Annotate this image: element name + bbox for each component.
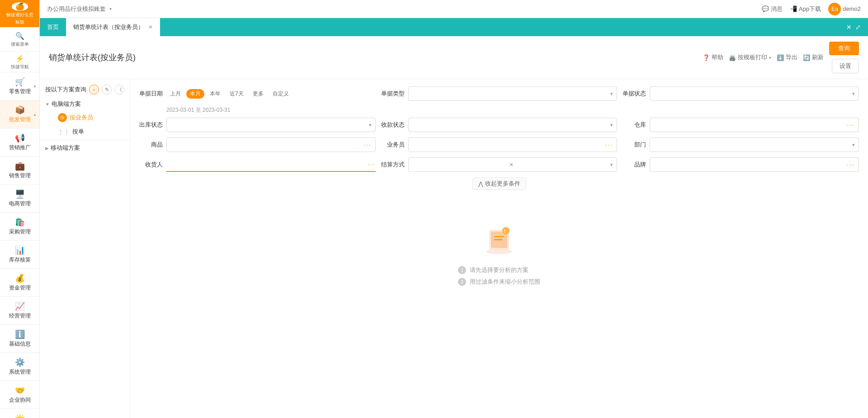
- outstatus-arrow-icon: ▾: [369, 122, 372, 128]
- app-sublabel: 标版: [15, 19, 24, 25]
- sidebar-item-operation[interactable]: 📈 经营管理: [0, 297, 39, 325]
- date-tab-custom[interactable]: 自定义: [269, 89, 292, 99]
- docstatus-arrow-icon: ▾: [852, 91, 855, 97]
- sidebar-item-system[interactable]: ⚙️ 系统管理: [0, 353, 39, 381]
- brand-dots-icon: ···: [847, 161, 855, 168]
- tree-desktop-label: 电脑端方案: [52, 100, 81, 108]
- date-tab-more[interactable]: 更多: [249, 89, 267, 99]
- tree-mobile-section: ▶ 移动端方案: [40, 142, 130, 154]
- left-panel-title: 按以下方案查询: [45, 86, 86, 94]
- topbar: 办公用品行业模拟账套 ▾ 💬 消息 📲 App下载 Ea demo2: [40, 0, 868, 18]
- quick-nav[interactable]: ⚡ 快捷导航: [0, 52, 39, 72]
- sidebar-item-sales[interactable]: 💼 销售管理: [0, 157, 39, 185]
- settlement-input[interactable]: ✕ ▾: [408, 157, 618, 172]
- date-tab-thismonth[interactable]: 本月: [186, 89, 204, 99]
- quick-nav-label: 快捷导航: [11, 64, 29, 70]
- receiver-input[interactable]: ···: [166, 157, 376, 172]
- tab-sales-stats[interactable]: 销货单统计表（按业务员） ✕: [66, 18, 160, 36]
- tab-close-icon[interactable]: ✕: [148, 24, 153, 30]
- sidebar-item-ecommerce[interactable]: 🖥️ 电商管理: [0, 185, 39, 213]
- breadcrumb-arrow[interactable]: ▾: [109, 6, 112, 11]
- collapse-icon: ⋀: [478, 180, 483, 187]
- goods-dots-icon: ···: [363, 141, 372, 148]
- sidebar-item-enterprise[interactable]: 🤝 企业协同: [0, 381, 39, 409]
- left-panel: 按以下方案查询 + ✎ 《 ▼ 电脑端方案: [40, 79, 130, 418]
- add-scheme-btn[interactable]: +: [89, 85, 99, 95]
- warehouse-input[interactable]: ···: [650, 118, 859, 132]
- right-panel: 单据日期 上月 本月 本年 近7天 更多 自定义 单据类型: [130, 79, 868, 418]
- date-tab-7days[interactable]: 近7天: [226, 89, 247, 99]
- app-logo: 🍊 畅捷通好生意 标版: [0, 0, 39, 27]
- sidebar-item-basic[interactable]: ℹ️ 基础信息: [0, 325, 39, 353]
- sidebar-item-retail[interactable]: 🛒 零售管理: [0, 72, 39, 100]
- tree-desktop-header[interactable]: ▼ 电脑端方案: [40, 98, 130, 110]
- tree-item-byorder[interactable]: ⋮⋮ 按单: [54, 125, 126, 138]
- close-tab-icon[interactable]: ✕: [846, 24, 852, 31]
- filter-receiver-field: 收货人 ···: [139, 157, 376, 172]
- search-menu-label: 搜索菜单: [11, 41, 29, 48]
- salesperson-label: 业务员: [381, 141, 405, 149]
- export-icon: ⬇️: [777, 54, 784, 61]
- tree-mobile-header[interactable]: ▶ 移动端方案: [40, 142, 130, 154]
- filter-collectstatus-field: 收款状态 ▾: [381, 118, 618, 132]
- date-label: 单据日期: [139, 90, 163, 98]
- refresh-btn[interactable]: 🔄 刷新: [803, 53, 824, 62]
- export-btn[interactable]: ⬇️ 导出: [777, 53, 797, 62]
- tab-home-label: 首页: [47, 23, 59, 31]
- department-input[interactable]: ▾: [650, 138, 859, 152]
- date-tab-lastmonth[interactable]: 上月: [166, 89, 184, 99]
- sidebar-item-marketing[interactable]: 📢 营销推广: [0, 128, 39, 157]
- sidebar-item-purchase[interactable]: 🛍️ 采购管理: [0, 213, 39, 241]
- user-profile[interactable]: Ea demo2: [828, 3, 861, 15]
- filter-date-field: 单据日期 上月 本月 本年 近7天 更多 自定义: [139, 89, 376, 99]
- collectstatus-label: 收款状态: [381, 121, 405, 129]
- topbar-right: 💬 消息 📲 App下载 Ea demo2: [762, 3, 861, 15]
- edit-scheme-btn[interactable]: ✎: [102, 85, 112, 95]
- tree-item-salesperson[interactable]: 按 按业务员: [54, 111, 126, 124]
- sidebar-item-wholesale[interactable]: 📦 批发管理: [0, 100, 39, 128]
- docstatus-input[interactable]: ▾: [650, 86, 859, 101]
- tree-divider: [40, 140, 130, 140]
- sidebar-item-inventory[interactable]: 📊 库存核算: [0, 241, 39, 269]
- refresh-icon: 🔄: [803, 54, 810, 61]
- collapse-panel-btn[interactable]: 《: [114, 85, 124, 95]
- outstatus-input[interactable]: ▾: [166, 118, 376, 132]
- goods-input[interactable]: ···: [166, 138, 376, 152]
- settings-button[interactable]: 设置: [832, 59, 859, 73]
- app-download-label: App下载: [799, 5, 821, 13]
- tab-home[interactable]: 首页: [40, 18, 66, 36]
- app-download-icon: 📲: [790, 5, 797, 12]
- sidebar: 🍊 畅捷通好生意 标版 🔍 搜索菜单 ⚡ 快捷导航 🛒 零售管理 📦 批发管理 …: [0, 0, 40, 418]
- print-btn[interactable]: 🖨️ 按模板打印 ▾: [729, 53, 771, 62]
- help-btn[interactable]: ❓ 帮助: [703, 53, 723, 62]
- filter-department-field: 部门 ▾: [623, 138, 859, 152]
- tree-expand-icon: ▼: [45, 102, 50, 107]
- tip-2-text: 用过滤条件来缩小分析范围: [470, 278, 540, 286]
- svg-text:!: !: [504, 229, 505, 234]
- maximize-icon[interactable]: ⤢: [855, 24, 861, 31]
- sidebar-item-finance[interactable]: 💰 资金管理: [0, 269, 39, 297]
- left-panel-header: 按以下方案查询 + ✎ 《: [40, 85, 130, 98]
- collapse-more-btn[interactable]: ⋀ 收起更多条件: [472, 177, 526, 190]
- date-tab-thisyear[interactable]: 本年: [206, 89, 224, 99]
- settlement-arrow-icon: ▾: [610, 162, 613, 168]
- doctype-input[interactable]: ▾: [408, 86, 618, 101]
- warehouse-dots-icon: ···: [847, 121, 855, 128]
- help-icon: ❓: [703, 54, 710, 61]
- search-menu[interactable]: 🔍 搜索菜单: [0, 27, 39, 52]
- salesperson-icon: 按: [58, 113, 67, 122]
- brand-input[interactable]: ···: [650, 157, 859, 172]
- collectstatus-input[interactable]: ▾: [408, 118, 618, 132]
- app-download-btn[interactable]: 📲 App下载: [790, 5, 821, 13]
- svg-point-5: [502, 227, 509, 234]
- salesperson-input[interactable]: ···: [408, 138, 618, 152]
- user-name: demo2: [843, 5, 861, 12]
- sidebar-item-newuser[interactable]: 🌟 新手引导: [0, 409, 39, 418]
- page-inner: 销货单统计表(按业务员) ❓ 帮助 🖨️ 按模板打印 ▾ ⬇️ 导出: [40, 36, 868, 418]
- query-button[interactable]: 查询: [829, 42, 859, 55]
- tip-2-num: 2: [458, 278, 466, 286]
- settlement-clear-icon[interactable]: ✕: [509, 162, 514, 168]
- filter-docstatus-field: 单据状态 ▾: [623, 86, 859, 101]
- message-icon: 💬: [762, 5, 769, 12]
- message-btn[interactable]: 💬 消息: [762, 5, 783, 13]
